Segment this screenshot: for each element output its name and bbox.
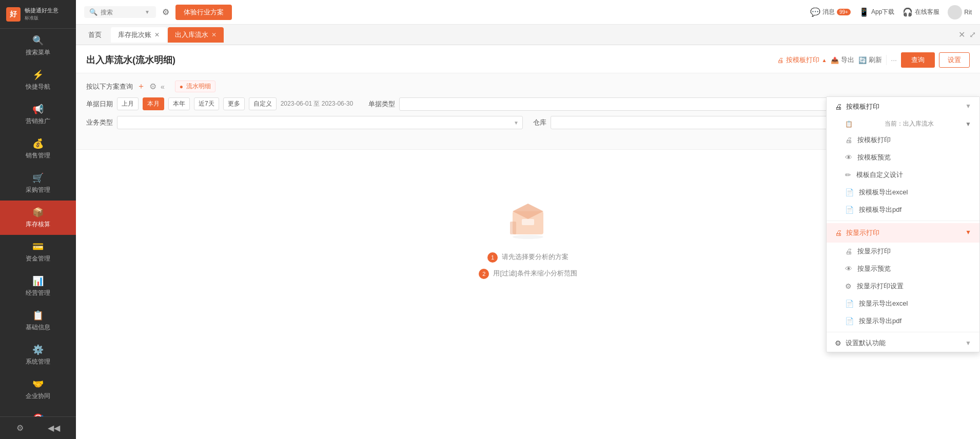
template-print-arrow: ▲: [821, 57, 827, 63]
business-type-input-wrap: ▼: [117, 116, 523, 129]
sidebar-item-inventory[interactable]: 📦 库存核算: [0, 201, 76, 235]
display-print-item-label: 按显示打印: [857, 247, 891, 256]
doc-type-label: 单据类型: [368, 99, 395, 109]
more-dots[interactable]: ···: [891, 56, 897, 64]
template-print-btn[interactable]: 🖨 按模板打印 ▲: [777, 55, 827, 65]
tab-inout-flow[interactable]: 出入库流水 ✕: [168, 27, 224, 43]
config-scheme-btn[interactable]: ⚙: [149, 82, 156, 91]
sidebar-item-operations[interactable]: 📊 经营管理: [0, 269, 76, 304]
date-filter-wrap: 单据日期 上月 本月 本年 近7天 更多 自定义 2023-06-01 至 20…: [86, 97, 353, 110]
sidebar-item-label-cooperation: 企业协同: [26, 392, 50, 401]
sidebar-item-guide[interactable]: 🎯 新手引导: [0, 407, 76, 416]
sidebar-item-label-sales: 销售管理: [26, 151, 50, 160]
template-preview-item[interactable]: 👁 按模板预览: [827, 149, 979, 166]
display-export-excel-label: 按显示导出excel: [859, 299, 908, 308]
header-right: 💬 消息 99+ 📱 App下载 🎧 在线客服 Rit: [810, 5, 972, 19]
search-input[interactable]: [101, 9, 142, 16]
sidebar-item-quick-nav[interactable]: ⚡ 快捷导航: [0, 63, 76, 97]
message-action[interactable]: 💬 消息 99+: [810, 7, 851, 17]
user-avatar: [948, 5, 962, 19]
date-btn-this-month[interactable]: 本月: [143, 97, 164, 110]
display-preview-item[interactable]: 👁 按显示预览: [827, 260, 979, 277]
app-download-action[interactable]: 📱 App下载: [859, 7, 894, 17]
sidebar-item-purchase[interactable]: 🛒 采购管理: [0, 166, 76, 201]
display-print-settings-label: 按显示打印设置: [857, 282, 904, 291]
dropdown-divider: [827, 221, 979, 221]
display-print-item[interactable]: 🖨 按显示打印: [827, 243, 979, 260]
filter-row-1: 按以下方案查询 ＋ ⚙ « ● 流水明细: [86, 81, 970, 92]
sidebar-item-finance[interactable]: 💳 资金管理: [0, 235, 76, 269]
tab-inventory-batch-close[interactable]: ✕: [154, 31, 160, 38]
empty-step-1: 1 请先选择要分析的方案: [487, 252, 569, 263]
tag-icon: ●: [180, 83, 183, 90]
template-current-arrow: ▼: [965, 121, 971, 128]
date-btn-7days[interactable]: 近7天: [194, 97, 219, 110]
page-header: 出入库流水(流水明细) 🖨 按模板打印 ▲ 📤 导出 🔄: [76, 45, 980, 73]
template-print-item[interactable]: 🖨 按模板打印: [827, 131, 979, 149]
display-section-chevron: ▲: [965, 229, 971, 236]
display-print-settings-item[interactable]: ⚙ 按显示打印设置: [827, 277, 979, 295]
display-preview-item-icon: 👁: [845, 265, 852, 273]
sidebar-item-cooperation[interactable]: 🤝 企业协同: [0, 372, 76, 407]
sidebar-item-basic-info[interactable]: 📋 基础信息: [0, 304, 76, 338]
settings-btn[interactable]: 设置: [939, 52, 970, 68]
collapse-icon[interactable]: ◀◀: [48, 423, 60, 433]
settings-icon[interactable]: ⚙: [16, 423, 24, 433]
header-search-dropdown-icon: ▼: [145, 9, 150, 15]
date-btn-last-month[interactable]: 上月: [117, 97, 139, 110]
template-print-dropdown: 🖨 按模板打印 ▲ 📋 当前：出入库流水 ▼ 🖨 按模板打印 👁 按模板预览: [826, 96, 980, 352]
tab-home[interactable]: 首页: [80, 27, 110, 43]
footer-chevron: ▼: [965, 340, 971, 347]
customer-service-action[interactable]: 🎧 在线客服: [903, 7, 939, 17]
business-type-input[interactable]: [117, 116, 523, 129]
sidebar-item-label-marketing: 营销推广: [26, 117, 50, 126]
template-export-pdf-item[interactable]: 📄 按模板导出pdf: [827, 201, 979, 218]
query-btn[interactable]: 查询: [901, 52, 935, 68]
display-export-excel-item[interactable]: 📄 按显示导出excel: [827, 295, 979, 312]
page-top-right: 🖨 按模板打印 ▲ 📤 导出 🔄 刷新 ···: [777, 52, 970, 68]
date-btn-custom[interactable]: 自定义: [249, 97, 277, 110]
header-left: 🔍 ▼ ⚙ 体验行业方案: [84, 5, 232, 20]
template-section-header[interactable]: 🖨 按模板打印 ▲: [827, 97, 979, 116]
tab-close-all-btn[interactable]: ✕: [958, 30, 965, 39]
refresh-btn[interactable]: 🔄 刷新: [858, 55, 882, 65]
sidebar-item-icon-basic-info: 📋: [32, 310, 44, 321]
svg-point-4: [513, 235, 543, 239]
svg-rect-3: [510, 222, 516, 234]
display-section-header[interactable]: 🖨 按显示打印 ▲: [827, 223, 979, 243]
flow-tag-label: 流水明细: [186, 82, 211, 91]
customer-service-icon: 🎧: [903, 7, 913, 17]
filter-scheme: 按以下方案查询 ＋ ⚙ «: [86, 81, 165, 92]
template-export-excel-item[interactable]: 📄 按模板导出excel: [827, 184, 979, 201]
sidebar-item-marketing[interactable]: 📢 营销推广: [0, 97, 76, 132]
sidebar-item-system[interactable]: ⚙️ 系统管理: [0, 338, 76, 372]
tab-bar: 首页 库存批次账 ✕ 出入库流水 ✕ ✕ ⤢: [76, 25, 980, 45]
add-scheme-btn[interactable]: ＋: [137, 81, 145, 92]
sidebar-item-sales[interactable]: 💰 销售管理: [0, 132, 76, 166]
sidebar-item-label-system: 系统管理: [26, 357, 50, 366]
user-avatar-action[interactable]: Rit: [948, 5, 972, 19]
template-export-pdf-icon: 📄: [845, 206, 854, 214]
tab-inout-flow-close[interactable]: ✕: [211, 31, 217, 38]
display-export-pdf-item[interactable]: 📄 按显示导出pdf: [827, 312, 979, 330]
date-options-group: 上月 本月 本年 近7天 更多 自定义 2023-06-01 至 2023-06…: [117, 97, 353, 110]
display-print-settings-icon: ⚙: [845, 282, 852, 290]
sidebar-item-search[interactable]: 🔍 搜索菜单: [0, 29, 76, 63]
sidebar-item-label-operations: 经营管理: [26, 289, 50, 297]
template-current-item: 📋 当前：出入库流水 ▼: [827, 116, 979, 131]
tab-inventory-batch[interactable]: 库存批次账 ✕: [111, 27, 167, 43]
industry-btn[interactable]: 体验行业方案: [175, 5, 232, 20]
date-btn-this-year[interactable]: 本年: [168, 97, 190, 110]
step-2-text: 用[过滤]条件来缩小分析范围: [493, 269, 577, 278]
header-gear-icon[interactable]: ⚙: [162, 7, 169, 17]
logo-icon: 好: [6, 7, 21, 22]
filter-tag-wrap: ● 流水明细: [175, 81, 970, 92]
tab-maximize-btn[interactable]: ⤢: [969, 30, 976, 39]
export-btn[interactable]: 📤 导出: [831, 55, 854, 65]
dropdown-footer[interactable]: ⚙ 设置默认功能 ▼: [827, 334, 979, 352]
date-btn-more[interactable]: 更多: [223, 97, 245, 110]
template-design-item[interactable]: ✏ 模板自定义设计: [827, 166, 979, 184]
collapse-scheme-btn[interactable]: «: [161, 83, 165, 91]
step-num-1: 1: [487, 252, 498, 263]
template-section-title: 🖨 按模板打印: [835, 102, 879, 111]
